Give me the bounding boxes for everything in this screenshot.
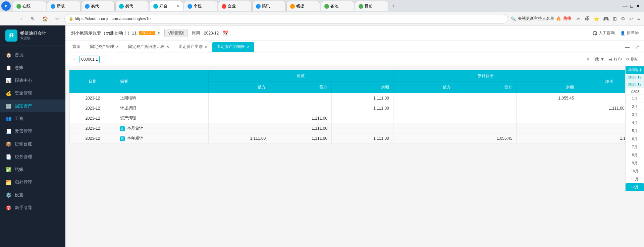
sidebar-item-archive[interactable]: 🗂️ 归档管理 [0,176,65,189]
account-name: 刘小艳演示账套（勿删勿动！）11 [71,30,137,36]
browser-tab-tax[interactable]: 个税 [184,1,217,11]
sidebar-item-label: 新手引导 [15,205,32,211]
tab-close-icon[interactable]: ✕ [177,4,179,8]
tab-label: 在线 [22,3,31,9]
reload-button[interactable]: ↻ [28,14,38,23]
topbar: 刘小艳演示账套（勿删勿动！）11 2023-12 ▼ 切到旧版 账期 2023-… [65,25,644,41]
browser-tab-enterprise[interactable]: 企业 [218,1,252,11]
sidebar-item-ledger[interactable]: 📋 总账 [0,61,65,74]
sidebar-item-sales[interactable]: 📦 进销台账 [0,138,65,150]
tab-home[interactable]: 首页 [68,42,85,52]
row-summary: 上期结转 [116,93,208,103]
forward-button[interactable]: → [16,14,25,23]
tab-asset-category[interactable]: 固定资产类别 ✕ [174,42,212,52]
period-month-3[interactable]: 3月 [626,111,644,119]
browser-tab-new[interactable]: 新版 [47,1,80,11]
download-icon: ⬇ [586,57,590,62]
period-selected-start[interactable]: 2023.12 [626,74,644,81]
period-month-4[interactable]: 4月 [626,119,644,127]
sidebar-item-funds[interactable]: 💰 资金管理 [0,87,65,100]
sidebar-item-fixed-assets[interactable]: 🏢 固定资产 [0,100,65,112]
period-month-12[interactable]: 12月 [626,183,644,191]
dropdown-icon: ▼ [157,31,160,35]
period-month-8[interactable]: 8月 [626,151,644,159]
sidebar-item-guide[interactable]: 🎯 新手引导 [0,201,65,214]
bookmark-button[interactable]: ☆ [52,14,62,23]
tab-close-icon[interactable]: ✕ [166,45,169,49]
period-month-11[interactable]: 11月 [626,175,644,183]
period-month-10[interactable]: 10月 [626,167,644,175]
browser-tab-haohui[interactable]: 好会 ✕ [150,1,183,11]
period-month-5[interactable]: 5月 [626,127,644,135]
browser-tab-tencent[interactable]: 腾讯 [252,1,286,11]
maximize-tab-button[interactable]: ⤢ [633,43,641,51]
tab-close-icon[interactable]: ✕ [205,45,207,49]
download-button[interactable]: ⬇ 下载 ▼ [586,57,604,62]
row-summary: 资产清理 [116,113,208,123]
menu-icon[interactable]: ≡ [637,16,640,21]
row-orig-balance [332,123,393,133]
period-month-1[interactable]: 1月 [626,95,644,103]
assets-icon: 🏢 [5,103,11,109]
sidebar-item-invoice[interactable]: 🧾 发票管理 [0,125,65,138]
tab-label: 腾讯 [262,3,270,9]
browser-tab-changjie[interactable]: 畅捷 [286,1,320,11]
tab-close-icon[interactable]: ✕ [116,45,119,49]
close-btn[interactable]: ✕ [636,3,640,9]
ledger-icon: 📋 [5,65,11,71]
star-icon[interactable]: ⭐ [593,16,599,21]
sidebar-item-payroll[interactable]: 👥 工资 [0,112,65,125]
period-month-2[interactable]: 2月 [626,103,644,111]
undo-icon[interactable]: ↩ [629,16,633,21]
period-month-7[interactable]: 7月 [626,143,644,151]
gamepad-icon[interactable]: 🎮 [603,16,609,21]
period-month-9[interactable]: 9月 [626,159,644,167]
switch-version-button[interactable]: 切到旧版 [164,29,188,37]
tab-fixed-assets-mgmt[interactable]: 固定资产管理 ✕ [86,42,123,52]
url-bar[interactable]: 🔒 https://cloud.chanjet.com/accounting/u… [64,14,508,23]
period-month-6[interactable]: 6月 [626,135,644,143]
sidebar-item-closing[interactable]: ✅ 结账 [0,163,65,176]
sidebar-item-home[interactable]: 🏠 首页 [0,49,65,61]
user-profile[interactable]: 👤 徐泽华 [620,30,639,36]
tab-asset-detail[interactable]: 固定资产明细账 ✕ [212,42,254,52]
account-selector[interactable]: 刘小艳演示账套（勿删勿动！）11 2023-12 ▼ [71,30,160,36]
prev-page-button[interactable]: ‹ [71,56,78,63]
period-selected-end[interactable]: 2023.12 [626,81,644,88]
page-input[interactable]: 000001 1 [79,56,100,63]
sidebar-logo: 好 畅捷通好会计 专业版 [0,25,65,46]
browser-tab-yidai2[interactable]: 易代 [115,1,149,11]
back-button[interactable]: ← [4,14,13,23]
print-button[interactable]: 🖨 打印 [608,57,622,62]
period-year[interactable]: 2023 [626,88,644,95]
refresh-button[interactable]: ↻ 刷新 [626,57,639,62]
sidebar-item-tax[interactable]: 📑 税务管理 [0,150,65,163]
browser-tab-online[interactable]: 在线 [13,1,46,11]
maximize-btn[interactable]: □ [631,3,633,9]
support-label: 人工咨询 [599,30,615,36]
hot-search-icon: 🔥 [556,16,561,21]
minimize-tab-button[interactable]: — [623,43,631,51]
browser-tab-gedi[interactable]: 各地 [321,1,354,11]
tab-controls: — ⤢ [623,43,641,51]
grid-icon[interactable]: ⊞ [613,16,617,21]
new-tab-button[interactable]: + [389,1,398,11]
tab-close-icon[interactable]: ✕ [247,45,250,49]
tab-depreciation-stats[interactable]: 固定资产折旧统计表 ✕ [124,42,173,52]
table-row-monthly-total: 2023-12 合 本月合计 1,111.00 [70,123,640,133]
translate-icon[interactable]: 译 [585,16,589,22]
home-button[interactable]: 🏠 [40,14,50,23]
row-accum-credit: 1,055.45 [455,133,517,143]
sidebar-item-report[interactable]: 📊 报表中心 [0,74,65,87]
row-accum-balance [517,133,578,143]
tab-label: 首页 [72,44,80,50]
browser-tab-current[interactable]: 目前 [355,1,388,11]
next-page-button[interactable]: › [101,56,108,63]
browser-tab-yidai1[interactable]: 易代 [81,1,115,11]
support-button[interactable]: 🎧 人工咨询 [592,30,615,36]
scissors-icon[interactable]: ✂ [577,16,581,21]
settings-icon[interactable]: ⚙ [621,16,625,21]
sidebar-item-settings[interactable]: ⚙️ 设置 [0,189,65,201]
calendar-icon[interactable]: 📅 [223,30,228,36]
minimize-btn[interactable]: — [623,3,628,9]
